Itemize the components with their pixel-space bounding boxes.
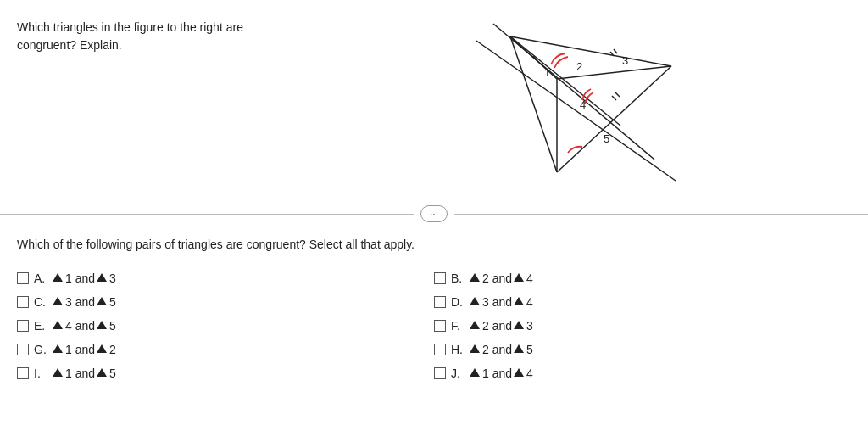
triangle-icon-G2 — [97, 344, 107, 353]
triangle-icon-H1 — [470, 344, 480, 353]
instruction-text: Which of the following pairs of triangle… — [17, 238, 851, 251]
divider-row: ··· — [0, 205, 868, 222]
label-D: D. 3 and 4 — [451, 295, 533, 309]
letter-D: D. — [451, 295, 466, 309]
options-right-column: B. 2 and 4 D. 3 and 4 F. — [434, 266, 851, 385]
option-row-E: E. 4 and 5 — [17, 314, 434, 338]
triangle-icon-E2 — [97, 321, 107, 329]
top-section: Which triangles in the figure to the rig… — [0, 0, 868, 202]
label-F: F. 2 and 3 — [451, 319, 533, 333]
checkbox-I[interactable] — [17, 367, 29, 379]
label-E: E. 4 and 5 — [34, 319, 116, 333]
tri-text-I: 1 and 5 — [53, 367, 116, 380]
option-row-D: D. 3 and 4 — [434, 290, 851, 314]
triangle-icon-E1 — [53, 321, 63, 329]
option-row-H: H. 2 and 5 — [434, 338, 851, 361]
label-G: G. 1 and 2 — [34, 343, 116, 356]
options-left-column: A. 1 and 3 C. 3 and 5 E. — [17, 266, 434, 385]
tri-text-D: 3 and 4 — [470, 295, 533, 309]
letter-B: B. — [451, 271, 466, 285]
option-row-J: J. 1 and 4 — [434, 361, 851, 385]
checkbox-A[interactable] — [17, 272, 29, 284]
svg-line-5 — [510, 36, 620, 126]
checkbox-J[interactable] — [434, 367, 446, 379]
option-row-G: G. 1 and 2 — [17, 338, 434, 361]
tri-text-F: 2 and 3 — [470, 319, 533, 333]
letter-J: J. — [451, 367, 466, 380]
question-text: Which triangles in the figure to the rig… — [17, 15, 254, 193]
label-J: J. 1 and 4 — [451, 367, 533, 380]
checkbox-E[interactable] — [17, 320, 29, 332]
svg-line-6 — [557, 66, 671, 79]
label-I: I. 1 and 5 — [34, 367, 116, 380]
triangle-icon-B1 — [470, 273, 480, 282]
triangle-icon-D1 — [470, 297, 480, 305]
option-row-A: A. 1 and 3 — [17, 266, 434, 290]
option-row-B: B. 2 and 4 — [434, 266, 851, 290]
svg-line-2 — [510, 36, 671, 66]
option-row-C: C. 3 and 5 — [17, 290, 434, 314]
letter-H: H. — [451, 343, 466, 356]
svg-text:5: 5 — [604, 132, 609, 145]
tri-text-A: 1 and 3 — [53, 271, 116, 285]
question-label: Which triangles in the figure to the rig… — [17, 20, 243, 52]
svg-text:4: 4 — [580, 98, 586, 111]
triangle-icon-D2 — [514, 297, 524, 305]
option-row-F: F. 2 and 3 — [434, 314, 851, 338]
letter-I: I. — [34, 367, 49, 380]
checkbox-D[interactable] — [434, 296, 446, 308]
svg-line-4 — [557, 66, 671, 172]
divider-line-right — [454, 214, 868, 215]
triangle-icon-J2 — [514, 368, 524, 377]
bottom-section: Which of the following pairs of triangle… — [0, 226, 868, 394]
tri-text-E: 4 and 5 — [53, 319, 116, 333]
letter-F: F. — [451, 319, 466, 333]
letter-G: G. — [34, 343, 49, 356]
svg-line-13 — [615, 92, 620, 97]
checkbox-G[interactable] — [17, 344, 29, 355]
triangle-icon-J1 — [470, 368, 480, 377]
triangle-icon-I2 — [97, 368, 107, 377]
svg-line-10 — [614, 49, 617, 53]
divider-line-left — [0, 214, 414, 215]
triangle-icon-G1 — [53, 344, 63, 353]
checkbox-F[interactable] — [434, 320, 446, 332]
divider-dots: ··· — [420, 205, 448, 222]
svg-text:2: 2 — [576, 60, 582, 73]
letter-A: A. — [34, 271, 49, 285]
label-B: B. 2 and 4 — [451, 271, 533, 285]
tri-text-C: 3 and 5 — [53, 295, 116, 309]
triangle-icon-C1 — [53, 297, 63, 305]
tri-text-H: 2 and 5 — [470, 343, 533, 356]
tri-text-J: 1 and 4 — [470, 367, 533, 380]
triangle-icon-B2 — [514, 273, 524, 282]
tri-text-B: 2 and 4 — [470, 271, 533, 285]
triangle-icon-F2 — [514, 321, 524, 329]
triangle-icon-C2 — [97, 297, 107, 305]
label-C: C. 3 and 5 — [34, 295, 116, 309]
tri-text-G: 1 and 2 — [53, 343, 116, 356]
svg-text:3: 3 — [622, 54, 628, 67]
option-row-I: I. 1 and 5 — [17, 361, 434, 385]
checkbox-B[interactable] — [434, 272, 446, 284]
options-grid: A. 1 and 3 C. 3 and 5 E. — [17, 266, 851, 385]
triangle-icon-H2 — [514, 344, 524, 353]
triangle-icon-A1 — [53, 273, 63, 282]
triangle-icon-F1 — [470, 321, 480, 329]
label-A: A. 1 and 3 — [34, 271, 116, 285]
triangle-icon-I1 — [53, 368, 63, 377]
svg-text:1: 1 — [544, 66, 550, 79]
checkbox-C[interactable] — [17, 296, 29, 308]
letter-E: E. — [34, 319, 49, 333]
svg-line-12 — [612, 96, 616, 100]
figure-area: 1 2 3 4 5 — [271, 15, 851, 193]
svg-line-0 — [493, 24, 654, 160]
label-H: H. 2 and 5 — [451, 343, 533, 356]
geometry-figure: 1 2 3 4 5 — [426, 15, 697, 193]
triangle-icon-A2 — [97, 273, 107, 282]
letter-C: C. — [34, 295, 49, 309]
checkbox-H[interactable] — [434, 344, 446, 355]
